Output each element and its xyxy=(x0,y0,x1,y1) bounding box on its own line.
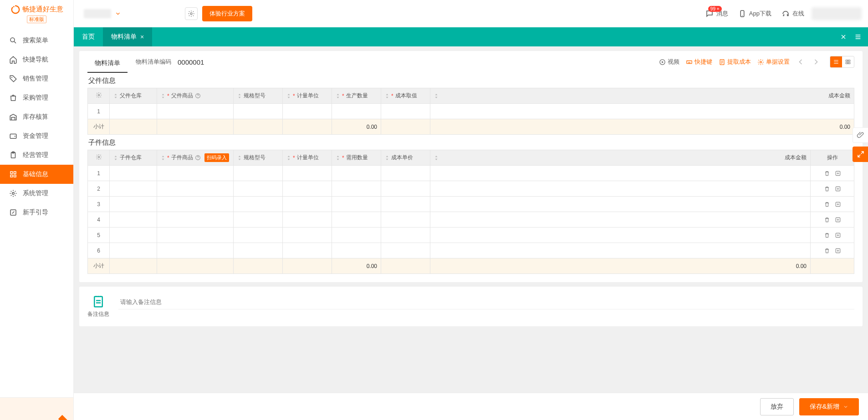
industry-trial-button[interactable]: 体验行业方案 xyxy=(202,6,252,21)
tab-bom-label: 物料清单 xyxy=(111,33,137,41)
sidebar-item-7[interactable]: 基础信息 xyxy=(0,165,73,184)
child-col-cost-amount[interactable]: 成本金额 xyxy=(430,150,811,166)
sidebar-item-1[interactable]: 快捷导航 xyxy=(0,50,73,69)
tabs-close-all-button[interactable] xyxy=(837,30,850,43)
add-row-icon[interactable] xyxy=(835,232,841,238)
topbar: 体验行业方案 消息 99 + App下载 在线 xyxy=(74,0,868,27)
org-selector[interactable] xyxy=(80,7,180,20)
shortcut-link[interactable]: 快捷键 xyxy=(686,58,712,66)
delete-row-icon[interactable] xyxy=(824,248,830,254)
next-doc-button[interactable] xyxy=(812,57,821,66)
online-support-button[interactable]: 在线 xyxy=(779,10,807,18)
org-settings-button[interactable] xyxy=(185,7,198,20)
parent-col-cost-amount[interactable]: 成本金额 xyxy=(430,88,854,104)
app-download-button[interactable]: App下载 xyxy=(735,10,774,18)
sidebar-item-2[interactable]: 销售管理 xyxy=(0,69,73,88)
tab-home[interactable]: 首页 xyxy=(74,27,103,46)
main-panel: 物料清单 物料清单编码 0000001 视频 快捷键 提取成本 单据设置 xyxy=(79,51,863,282)
save-and-new-button[interactable]: 保存&新增 xyxy=(799,398,859,415)
child-col-spec[interactable]: 规格型号 xyxy=(234,150,283,166)
sidebar-collapse-icon[interactable] xyxy=(51,405,59,413)
parent-col-spec[interactable]: 规格型号 xyxy=(234,88,283,104)
parent-section-title: 父件信息 xyxy=(88,76,854,85)
add-row-icon[interactable] xyxy=(835,170,841,177)
sidebar-item-3[interactable]: 采购管理 xyxy=(0,88,73,107)
sidebar-item-4[interactable]: 库存核算 xyxy=(0,107,73,127)
row-number: 4 xyxy=(88,212,110,228)
parent-col-product[interactable]: *父件商品 xyxy=(157,88,234,104)
child-col-need-qty[interactable]: *需用数量 xyxy=(332,150,381,166)
child-col-warehouse[interactable]: 子件仓库 xyxy=(110,150,157,166)
delete-row-icon[interactable] xyxy=(824,217,830,223)
child-row[interactable]: 1 xyxy=(88,166,854,181)
parent-subtotal-qty: 0.00 xyxy=(332,119,381,135)
messages-button[interactable]: 消息 99 + xyxy=(703,10,731,18)
content-area: 物料清单 物料清单编码 0000001 视频 快捷键 提取成本 单据设置 xyxy=(74,46,868,393)
gear-icon xyxy=(96,154,102,160)
scan-entry-tag[interactable]: 扫码录入 xyxy=(204,153,229,162)
parent-col-cost-basis[interactable]: *成本取值 xyxy=(381,88,430,104)
tab-close-icon[interactable]: × xyxy=(140,33,144,40)
sidebar-item-6[interactable]: 经营管理 xyxy=(0,146,73,165)
view-list-button[interactable] xyxy=(830,56,842,67)
child-col-unit[interactable]: *计量单位 xyxy=(283,150,332,166)
play-icon xyxy=(659,59,666,66)
doc-settings-label: 单据设置 xyxy=(766,58,790,66)
remark-label: 备注信息 xyxy=(87,310,109,318)
sidebar-item-9[interactable]: 新手引导 xyxy=(0,203,73,222)
child-row[interactable]: 6 xyxy=(88,243,854,258)
grid-icon xyxy=(9,170,17,178)
col-label: 计量单位 xyxy=(297,92,319,100)
prev-doc-button[interactable] xyxy=(796,57,805,66)
child-col-product[interactable]: *子件商品扫码录入 xyxy=(157,150,234,166)
delete-row-icon[interactable] xyxy=(824,201,830,207)
add-row-icon[interactable] xyxy=(835,217,841,223)
fullscreen-button[interactable] xyxy=(853,147,868,162)
sort-icon xyxy=(286,155,291,161)
sidebar-item-0[interactable]: 搜索菜单 xyxy=(0,31,73,50)
parent-row[interactable]: 1 xyxy=(88,104,854,119)
sidebar-item-5[interactable]: 资金管理 xyxy=(0,127,73,146)
add-row-icon[interactable] xyxy=(835,201,841,207)
help-icon xyxy=(195,155,201,161)
delete-row-icon[interactable] xyxy=(824,170,830,177)
child-col-settings[interactable] xyxy=(88,150,110,166)
parent-col-qty[interactable]: *生产数量 xyxy=(332,88,381,104)
brand-icon xyxy=(10,5,20,15)
view-card-button[interactable] xyxy=(842,56,854,67)
sort-icon xyxy=(385,93,389,99)
parent-col-settings[interactable] xyxy=(88,88,110,104)
sidebar-item-8[interactable]: 系统管理 xyxy=(0,184,73,203)
parent-col-warehouse[interactable]: 父件仓库 xyxy=(110,88,157,104)
tabs-more-button[interactable] xyxy=(852,30,864,43)
brand-name: 畅捷通好生意 xyxy=(22,5,63,14)
delete-row-icon[interactable] xyxy=(824,186,830,192)
row-number: 5 xyxy=(88,228,110,243)
add-row-icon[interactable] xyxy=(835,248,841,254)
sidebar-item-label: 快捷导航 xyxy=(23,56,48,64)
doc-settings-link[interactable]: 单据设置 xyxy=(757,58,790,66)
sort-icon xyxy=(385,155,389,161)
child-row[interactable]: 3 xyxy=(88,197,854,212)
child-row[interactable]: 2 xyxy=(88,181,854,197)
child-row[interactable]: 4 xyxy=(88,212,854,228)
sidebar-settings-icon[interactable] xyxy=(14,405,22,413)
remark-input[interactable] xyxy=(118,295,854,309)
add-row-icon[interactable] xyxy=(835,186,841,192)
child-col-unit-cost[interactable]: 成本单价 xyxy=(381,150,430,166)
sidebar-item-label: 搜索菜单 xyxy=(23,36,48,45)
attachment-button[interactable] xyxy=(853,127,868,143)
child-col-ops: 操作 xyxy=(811,150,854,166)
delete-row-icon[interactable] xyxy=(824,232,830,238)
compass-icon xyxy=(9,208,17,217)
close-icon xyxy=(840,33,847,40)
tab-bom[interactable]: 物料清单 × xyxy=(103,27,152,46)
user-avatar-area[interactable] xyxy=(812,7,862,20)
extract-cost-link[interactable]: 提取成本 xyxy=(719,58,751,66)
subtab-bom[interactable]: 物料清单 xyxy=(87,54,128,73)
parent-col-unit[interactable]: *计量单位 xyxy=(283,88,332,104)
discard-button[interactable]: 放弃 xyxy=(760,398,794,415)
video-link[interactable]: 视频 xyxy=(659,58,679,66)
col-label: 父件仓库 xyxy=(120,92,142,100)
child-row[interactable]: 5 xyxy=(88,228,854,243)
